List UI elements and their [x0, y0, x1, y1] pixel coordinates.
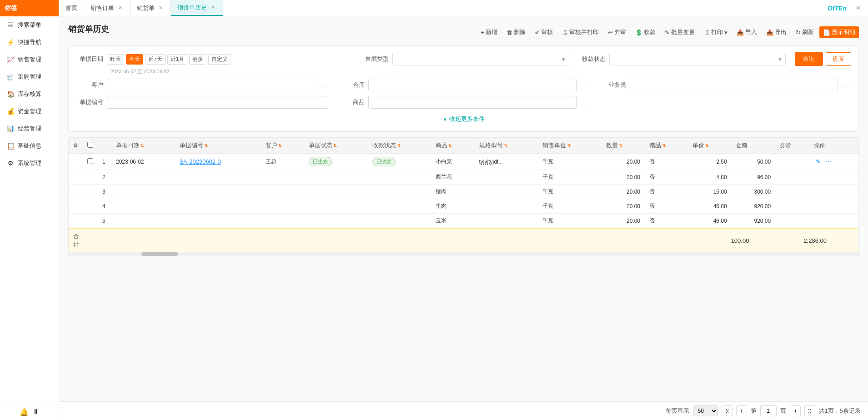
cell-doc-no-4[interactable]	[175, 214, 261, 228]
sidebar-logo: 标签	[0, 0, 59, 16]
sidebar-item-sales-mgmt[interactable]: 📈销售管理	[0, 51, 59, 68]
staff-input[interactable]	[630, 79, 838, 91]
tab-sales-history[interactable]: 销货单历史✕	[171, 0, 223, 16]
edit-action-0[interactable]: ✎	[814, 157, 823, 166]
export-button[interactable]: 📤导出	[763, 26, 790, 38]
import-button[interactable]: 📥导入	[733, 26, 761, 38]
audit-button[interactable]: ✔审核	[531, 26, 557, 38]
goods-dots-button[interactable]: …	[580, 99, 590, 106]
cell-checkbox-1[interactable]	[83, 170, 98, 185]
date-shortcut-last1month[interactable]: 近1月	[167, 54, 188, 65]
cell-gift-3: 否	[645, 199, 688, 214]
cell-checkbox-3[interactable]	[83, 199, 98, 214]
scrollbar-thumb[interactable]	[141, 252, 178, 256]
date-shortcut-yesterday[interactable]: 昨天	[107, 54, 124, 65]
export-icon: 📤	[766, 29, 773, 36]
collapse-button[interactable]: ∧ 收起更多条件	[76, 113, 851, 125]
warehouse-dots-button[interactable]: …	[580, 82, 590, 89]
cell-doc-no-0[interactable]: SA-20230602-0	[175, 154, 261, 170]
date-shortcut-today[interactable]: 今天	[126, 54, 143, 65]
cell-goods-0: 小白菜	[431, 154, 474, 170]
th-collect-status[interactable]: 收款状态⇅	[368, 138, 431, 154]
sidebar-item-finance[interactable]: 💰资金管理	[0, 103, 59, 120]
tab-close-sales-delivery[interactable]: ✕	[157, 5, 164, 11]
close-window-button[interactable]: ✕	[852, 5, 864, 11]
th-settings[interactable]: ⚙	[69, 138, 83, 154]
th-doc-date[interactable]: 单据日期⇅	[111, 138, 175, 154]
th-unit[interactable]: 销售单位⇅	[538, 138, 602, 154]
tab-close-sales-order[interactable]: ✕	[117, 5, 124, 11]
th-gift[interactable]: 赠品⇅	[645, 138, 688, 154]
query-button[interactable]: 查询	[795, 52, 823, 66]
sidebar-icon-purchase-mgmt: 🛒	[7, 73, 14, 80]
sidebar-item-search-menu[interactable]: ☰搜索菜单	[0, 16, 59, 34]
sidebar-item-purchase-mgmt[interactable]: 🛒采购管理	[0, 68, 59, 85]
date-shortcut-last7days[interactable]: 近7天	[145, 54, 166, 65]
cell-doc-status-4	[304, 214, 368, 228]
page-size-select[interactable]: 2050100	[693, 405, 718, 416]
doc-no-link-0[interactable]: SA-20230602-0	[180, 158, 221, 165]
current-page-input[interactable]	[760, 405, 777, 416]
notification-icon[interactable]: 🔔	[20, 408, 29, 416]
collect-status-select[interactable]: ▾	[609, 53, 786, 65]
sidebar-item-operations[interactable]: 📊经营管理	[0, 120, 59, 137]
prev-page-button[interactable]: ⟨	[736, 405, 747, 416]
first-page-button[interactable]: ⟨⟨	[722, 405, 733, 416]
more-action-0[interactable]: ⋯	[824, 157, 833, 166]
cell-doc-no-1[interactable]	[175, 170, 261, 185]
sidebar-item-basic-info[interactable]: 📋基础信息	[0, 137, 59, 155]
cell-checkbox-2[interactable]	[83, 185, 98, 199]
audit-print-button[interactable]: 🖨审核并打印	[558, 26, 602, 38]
date-shortcut-custom[interactable]: 自定义	[208, 54, 231, 65]
cell-doc-no-2[interactable]	[175, 185, 261, 199]
sidebar-item-sys-mgmt[interactable]: ⚙系统管理	[0, 155, 59, 172]
customer-dots-button[interactable]: …	[319, 82, 328, 89]
select-all-checkbox[interactable]	[87, 142, 93, 148]
cell-doc-no-3[interactable]	[175, 199, 261, 214]
staff-dots-button[interactable]: …	[842, 82, 851, 89]
th-doc-no[interactable]: 单据编号⇅	[175, 138, 261, 154]
cell-goods-3: 牛肉	[431, 199, 474, 214]
sidebar-item-quick-nav[interactable]: ⚡快捷导航	[0, 34, 59, 51]
print-button[interactable]: 🖨打印▾	[700, 26, 731, 38]
last-page-button[interactable]: ⟩⟩	[804, 405, 815, 416]
th-doc-status[interactable]: 单据状态⇅	[304, 138, 368, 154]
th-goods[interactable]: 商品⇅	[431, 138, 474, 154]
customer-input[interactable]	[107, 79, 315, 91]
cell-checkbox-4[interactable]	[83, 214, 98, 228]
date-shortcut-more[interactable]: 更多	[189, 54, 206, 65]
th-checkbox[interactable]	[83, 138, 98, 154]
refresh-button[interactable]: ↻刷新	[792, 26, 818, 38]
cell-actions-4	[809, 214, 858, 228]
tab-home[interactable]: 首页	[59, 0, 84, 16]
th-qty[interactable]: 数量⇅	[602, 138, 645, 154]
settings-button[interactable]: 设置	[826, 52, 851, 66]
warehouse-input[interactable]	[368, 79, 577, 91]
horizontal-scrollbar[interactable]	[69, 252, 858, 256]
collect-button[interactable]: 💲收款	[632, 26, 659, 38]
customer-label: 客户	[76, 81, 103, 89]
th-spec[interactable]: 规格型号⇅	[475, 138, 538, 154]
tab-sales-order[interactable]: 销售订单✕	[84, 0, 130, 16]
tab-sales-delivery[interactable]: 销货单✕	[130, 0, 171, 16]
cell-spec-4	[475, 214, 538, 228]
cell-transaction-2	[775, 185, 809, 199]
row-checkbox-0[interactable]	[87, 158, 93, 164]
goods-input[interactable]	[368, 96, 577, 109]
sidebar-item-inventory[interactable]: 🏠库存核算	[0, 85, 59, 103]
batch-change-button[interactable]: ✎批量变更	[661, 26, 698, 38]
pause-icon[interactable]: ⏸	[32, 408, 40, 416]
batch-change-icon: ✎	[665, 29, 670, 36]
tab-close-sales-history[interactable]: ✕	[210, 4, 216, 11]
doc-no-input[interactable]	[107, 96, 328, 109]
th-unit-price[interactable]: 单价⇅	[688, 138, 731, 154]
th-customer[interactable]: 客户⇅	[261, 138, 304, 154]
show-detail-button[interactable]: 📄显示明细	[819, 26, 859, 38]
doc-type-select[interactable]: ▾	[392, 53, 569, 65]
abandon-button[interactable]: ↩弃审	[604, 26, 630, 38]
cell-checkbox-0[interactable]	[83, 154, 98, 170]
add-button[interactable]: +新增	[477, 26, 501, 38]
next-page-button[interactable]: ⟩	[790, 405, 801, 416]
cell-qty-2: 20.00	[602, 185, 645, 199]
delete-button[interactable]: 🗑删除	[503, 26, 529, 38]
